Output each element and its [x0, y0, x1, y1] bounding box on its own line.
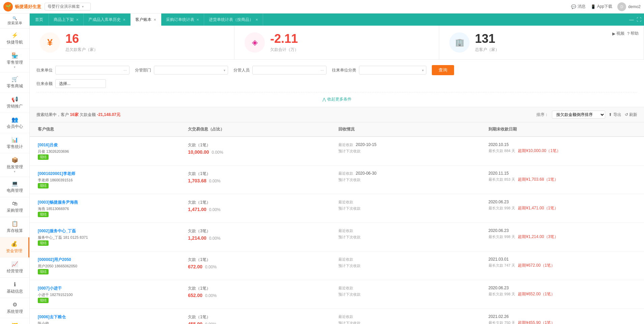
overdue-info-4: 最长欠款 747 天 超期¥672.00（1笔）: [488, 262, 636, 268]
sort-select[interactable]: 按欠款金额倒序排序: [552, 111, 605, 119]
category-input[interactable]: [359, 66, 426, 75]
help-btn[interactable]: ? 帮助: [627, 31, 639, 36]
cell-collection-0: 最近收款 2020-10-15 预计下次收款: [337, 142, 487, 160]
cell-collection-6: 最近收款 预计下次收款: [337, 314, 487, 324]
purchase-icon: 🛍: [1, 201, 28, 207]
quick-nav-icon: ⚡: [1, 32, 28, 38]
party-label: 往来单位: [36, 67, 53, 73]
tab-inbound-stat-close[interactable]: ✕: [255, 18, 258, 22]
tab-home-label: 首页: [35, 17, 43, 23]
tab-purchase-order-close[interactable]: ✕: [196, 18, 199, 22]
collapse-label: 收起更多条件: [327, 96, 352, 102]
retail-manage-label: 零售管理: [7, 60, 23, 65]
sidebar-item-quick-nav[interactable]: ⚡ 快捷导航: [0, 29, 29, 49]
collection-label-6: 最近收款: [338, 314, 353, 319]
refresh-btn[interactable]: ↺ 刷新: [625, 112, 637, 118]
sidebar-item-finance[interactable]: 💰 资金管理: [0, 237, 29, 258]
sidebar-item-system[interactable]: ⚙ 系统管理: [0, 298, 29, 318]
result-debt-prefix: 欠款金额: [80, 112, 96, 117]
person-input[interactable]: [252, 66, 327, 75]
sidebar-item-ecommerce[interactable]: 💻 电商管理: [0, 177, 29, 197]
user-area[interactable]: D demo2: [617, 2, 641, 11]
overdue-date-2: 2020.06.23: [488, 200, 636, 204]
collection-next-0: 预计下次收款: [338, 149, 486, 154]
cell-overdue-5: 2020.06.23 最长欠款 998 天 超期¥652.00（1笔）: [487, 285, 637, 304]
search-menu-btn[interactable]: 🔍 搜索菜单: [0, 13, 29, 29]
header-collection: 回收情况: [337, 126, 487, 133]
party-input[interactable]: [55, 66, 130, 75]
overdue-link-1[interactable]: 超期¥1,703.68（1笔）: [518, 177, 558, 182]
search-button[interactable]: 查询: [432, 65, 454, 75]
customer-name-4[interactable]: [000002]用户2050: [38, 257, 71, 262]
balance-select[interactable]: 选择...: [55, 79, 106, 88]
customer-name-3[interactable]: [0002]服务中心_丁磊: [38, 229, 76, 233]
person-input-wrapper: ···: [252, 66, 327, 75]
top-bar: 🌱 畅捷通好生意 母婴行业演示账套 ▾ 💬 消息 📱 App下载 D demo2: [0, 0, 644, 13]
ecommerce-icon: 💻: [1, 180, 28, 187]
tab-home[interactable]: 首页: [30, 13, 49, 26]
overdue-link-6[interactable]: 超期¥455.90（1笔）: [518, 320, 555, 324]
collection-row-3: 最近收款: [338, 228, 486, 233]
purchase-label: 采购管理: [1, 208, 28, 213]
tab-customer-ledger-close[interactable]: ✕: [153, 18, 156, 22]
sidebar-item-inventory[interactable]: 📋 库存核算: [0, 217, 29, 237]
customer-name-2[interactable]: [0003]畅捷服务尹海燕: [38, 200, 78, 205]
sidebar-item-purchase[interactable]: 🛍 采购管理: [0, 197, 29, 217]
overdue-info-6: 最长欠款 750 天 超期¥455.90（1笔）: [488, 319, 636, 324]
dept-input[interactable]: [154, 66, 228, 75]
tab-product-inbound-close[interactable]: ✕: [123, 18, 125, 22]
inventory-label: 库存核算: [1, 228, 28, 234]
tab-product-listing[interactable]: 商品上下架 ✕: [49, 13, 84, 26]
video-btn[interactable]: ▶ 视频: [612, 31, 624, 36]
tab-purchase-order[interactable]: 采购订单统计表 ✕: [161, 13, 204, 26]
collection-next-1: 预计下次收款: [338, 177, 486, 182]
overdue-link-4[interactable]: 超期¥672.00（1笔）: [518, 263, 555, 268]
message-btn[interactable]: 💬 消息: [571, 4, 586, 9]
sidebar-item-retail-manage[interactable]: 🏪 零售管理 ▾: [0, 49, 29, 72]
customer-id-2: [0003]: [38, 200, 50, 205]
tab-inbound-stat[interactable]: 进货单统计表（按商品） ✕: [204, 13, 263, 26]
sidebar-item-operations[interactable]: 📈 经营管理: [0, 258, 29, 278]
store-selector[interactable]: 母婴行业演示账套 ▾: [45, 3, 91, 10]
cell-debt-5: 欠款（1笔） 652.00 0.00%: [187, 285, 337, 304]
sidebar-item-basic-info[interactable]: ℹ 基础信息: [0, 278, 29, 298]
dept-label: 分管部门: [135, 67, 151, 73]
tab-maximize-icon[interactable]: ⛶: [637, 17, 641, 22]
collapse-btn[interactable]: ⋀ 收起更多条件: [36, 94, 637, 104]
category-input-wrapper: ▾: [359, 66, 426, 75]
cell-debt-4: 欠款（1笔） 672.00 0.00%: [187, 256, 337, 275]
cell-collection-3: 最近收款 预计下次收款: [337, 228, 487, 246]
sidebar-item-wholesale[interactable]: 📦 批发管理 ▾: [0, 153, 29, 177]
member-label: 会员中心: [1, 124, 28, 129]
sidebar-item-retail-stat[interactable]: 📊 零售统计: [0, 133, 29, 153]
customer-name-5[interactable]: [0007]小进干: [38, 286, 62, 291]
sidebar-item-marketing[interactable]: 📢 营销推广: [0, 93, 29, 113]
sidebar-item-retail-mall[interactable]: 🛒 零售商城: [0, 72, 29, 93]
sidebar-item-member[interactable]: 👥 会员中心: [0, 113, 29, 133]
customer-name-0[interactable]: [0016]吕俊: [38, 143, 58, 147]
tab-product-inbound[interactable]: 产成品入库单历史 ✕: [84, 13, 131, 26]
export-btn[interactable]: ⬆ 导出: [609, 112, 621, 118]
debt-amount-4: 672.00: [188, 264, 202, 269]
overdue-link-0[interactable]: 超期¥10,000.00（1笔）: [518, 148, 561, 154]
category-label: 往来单位分类: [332, 67, 356, 73]
wholesale-label: 批发管理: [7, 164, 23, 170]
customer-name-6[interactable]: [0006]去下粮仓: [38, 315, 66, 319]
overdue-link-3[interactable]: 超期¥1,214.00（3笔）: [518, 234, 558, 240]
tab-product-listing-close[interactable]: ✕: [76, 18, 79, 22]
tab-customer-ledger[interactable]: 客户账本 ✕: [131, 13, 161, 26]
customer-name-1[interactable]: [0001020001]李老师: [38, 171, 75, 176]
stat-number-amount: -2.11: [270, 33, 299, 45]
retail-manage-icon: 🏪: [11, 52, 18, 59]
cell-debt-0: 欠款（1笔） 10,000.00 0.00%: [187, 142, 337, 160]
tab-minimize-icon[interactable]: —: [629, 17, 634, 22]
result-info: 搜索结果中，客户 16家 欠款金额 -21,148.07元: [36, 112, 120, 118]
overdue-link-5[interactable]: 超期¥652.00（1笔）: [518, 291, 555, 297]
sidebar-item-collab[interactable]: 🤝 企业协同: [0, 318, 29, 324]
app-download-btn[interactable]: 📱 App下载: [591, 4, 612, 9]
tab-product-inbound-label: 产成品入库单历史: [88, 17, 121, 23]
customer-badge-5: 现结: [38, 298, 49, 303]
debt-label-6: 欠款（1笔）: [188, 314, 335, 320]
overdue-link-2[interactable]: 超期¥1,471.00（1笔）: [518, 205, 558, 211]
debt-percent-6: 0.00%: [205, 322, 217, 324]
